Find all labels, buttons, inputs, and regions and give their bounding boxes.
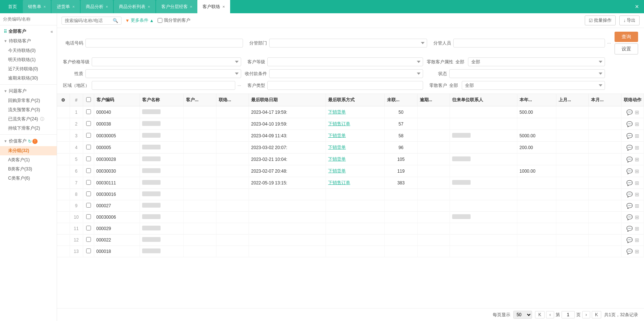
region-input[interactable] bbox=[92, 81, 235, 90]
message-icon[interactable]: 💬 bbox=[626, 109, 633, 115]
row-last-way[interactable] bbox=[326, 246, 385, 257]
filter-more-conditions[interactable]: ▼ 更多条件 ▲ bbox=[125, 17, 154, 24]
message-icon[interactable]: 💬 bbox=[626, 191, 633, 197]
row-last-way[interactable]: 下销货单 bbox=[326, 106, 385, 118]
query-button[interactable]: 查询 bbox=[615, 32, 638, 42]
sidebar-item-ungroup[interactable]: 未分组(32) bbox=[0, 146, 57, 155]
row-last-way[interactable] bbox=[326, 234, 385, 246]
scatter-attr-select[interactable]: 全部 bbox=[468, 57, 605, 66]
sidebar-item-a-class[interactable]: A类客户(1) bbox=[0, 155, 57, 165]
row-last-way[interactable]: 下销售订单 bbox=[326, 118, 385, 130]
nav-purchase-close[interactable]: × bbox=[72, 4, 74, 9]
sidebar-item-tomorrow[interactable]: 明天待联络(1) bbox=[0, 55, 57, 64]
message-icon[interactable]: 💬 bbox=[626, 133, 633, 139]
row-last-way[interactable]: 下销售订单 bbox=[326, 177, 385, 189]
nav-product-analysis-close[interactable]: × bbox=[106, 4, 108, 9]
row-last-way[interactable] bbox=[326, 189, 385, 200]
person-dots[interactable]: ··· bbox=[607, 40, 611, 46]
sidebar-collapse-icon[interactable]: « bbox=[50, 29, 53, 34]
sidebar-search-input[interactable] bbox=[3, 17, 57, 22]
filter-search-input[interactable] bbox=[65, 18, 113, 23]
row-check[interactable] bbox=[83, 234, 94, 246]
grid-icon[interactable]: ⊞ bbox=[635, 203, 639, 209]
message-icon[interactable]: 💬 bbox=[626, 121, 633, 127]
grid-icon[interactable]: ⊞ bbox=[635, 145, 639, 151]
nav-customer-tier-close[interactable]: × bbox=[190, 4, 192, 9]
cust-grade-select[interactable] bbox=[267, 57, 423, 66]
message-icon[interactable]: 💬 bbox=[626, 203, 633, 209]
nature-select[interactable] bbox=[85, 69, 241, 78]
row-check[interactable] bbox=[83, 200, 94, 212]
person-input[interactable] bbox=[453, 39, 605, 47]
sidebar-item-overdue[interactable]: 逾期未联络(30) bbox=[0, 74, 57, 83]
nav-purchase[interactable]: 进货单 × bbox=[52, 0, 80, 13]
sidebar-item-week[interactable]: 近7天待联络(0) bbox=[0, 64, 57, 74]
row-check[interactable] bbox=[83, 118, 94, 130]
nav-product-analysis[interactable]: 商品分析 × bbox=[81, 0, 113, 13]
col-check[interactable] bbox=[83, 94, 94, 106]
nav-product-analysis-list[interactable]: 商品分析列表 × bbox=[114, 0, 155, 13]
nav-customer-contact[interactable]: 客户联络 × bbox=[197, 0, 230, 13]
row-check[interactable] bbox=[83, 130, 94, 142]
sidebar-item-c-class[interactable]: C类客户(6) bbox=[0, 174, 57, 183]
row-last-way[interactable] bbox=[326, 200, 385, 212]
close-all-btn[interactable]: × bbox=[633, 3, 641, 11]
grid-icon[interactable]: ⊞ bbox=[635, 121, 639, 127]
scatter-cust-select[interactable]: 全部 bbox=[462, 81, 605, 90]
grid-icon[interactable]: ⊞ bbox=[635, 191, 639, 197]
last-way-link[interactable]: 下销售订单 bbox=[328, 180, 350, 185]
sidebar-item-declining[interactable]: 持续下滑客户(2) bbox=[0, 124, 57, 133]
grid-icon[interactable]: ⊞ bbox=[635, 248, 639, 254]
message-icon[interactable]: 💬 bbox=[626, 237, 633, 243]
last-page-btn[interactable]: K bbox=[592, 311, 601, 318]
row-last-way[interactable]: 下销货单 bbox=[326, 154, 385, 165]
sidebar-group-problem[interactable]: ▼ 问题客户 bbox=[0, 86, 57, 96]
phone-input[interactable] bbox=[85, 39, 243, 47]
export-button[interactable]: ↓ 导出 bbox=[619, 15, 640, 25]
row-last-way[interactable]: 下销货单 bbox=[326, 130, 385, 142]
row-check[interactable] bbox=[83, 177, 94, 189]
region-dots[interactable]: ··· bbox=[237, 83, 241, 88]
message-icon[interactable]: 💬 bbox=[626, 145, 633, 151]
nav-product-analysis-list-close[interactable]: × bbox=[148, 4, 150, 9]
last-way-link[interactable]: 下销货单 bbox=[328, 168, 346, 173]
nav-sales-close[interactable]: × bbox=[43, 4, 46, 9]
message-icon[interactable]: 💬 bbox=[626, 248, 633, 254]
dept-select[interactable] bbox=[269, 39, 427, 47]
grid-icon[interactable]: ⊞ bbox=[635, 180, 639, 186]
first-page-btn[interactable]: K bbox=[535, 311, 545, 318]
row-last-way[interactable]: 下销货单 bbox=[326, 142, 385, 154]
row-check[interactable] bbox=[83, 142, 94, 154]
status-select[interactable] bbox=[449, 69, 605, 78]
message-icon[interactable]: 💬 bbox=[626, 156, 633, 162]
row-last-way[interactable]: 下销货单 bbox=[326, 165, 385, 177]
my-customers-checkbox[interactable] bbox=[158, 18, 162, 23]
last-way-link[interactable]: 下销货单 bbox=[328, 145, 346, 150]
message-icon[interactable]: 💬 bbox=[626, 226, 633, 232]
sidebar-item-lost-pre[interactable]: 流失预警客户(3) bbox=[0, 105, 57, 114]
next-page-btn[interactable]: › bbox=[582, 311, 590, 318]
nav-home[interactable]: 首页 bbox=[3, 0, 22, 13]
last-way-link[interactable]: 下销货单 bbox=[328, 109, 346, 114]
row-check[interactable] bbox=[83, 165, 94, 177]
message-icon[interactable]: 💬 bbox=[626, 168, 633, 174]
filter-search-icon[interactable]: 🔍 bbox=[113, 18, 118, 23]
nav-customer-tier[interactable]: 客户分层经客 × bbox=[156, 0, 197, 13]
sidebar-group-pending[interactable]: ▼ 待联络客户 bbox=[0, 36, 57, 46]
sidebar-item-b-class[interactable]: B类客户(33) bbox=[0, 165, 57, 174]
row-check[interactable] bbox=[83, 246, 94, 257]
row-last-way[interactable] bbox=[326, 212, 385, 223]
last-way-link[interactable]: 下销货单 bbox=[328, 133, 346, 138]
grid-icon[interactable]: ⊞ bbox=[635, 109, 639, 115]
prev-page-btn[interactable]: ‹ bbox=[546, 311, 554, 318]
sidebar-item-lost[interactable]: 已流失客户(24) ⓘ bbox=[0, 114, 57, 124]
value-refresh-icon[interactable]: ↻ bbox=[28, 139, 32, 144]
select-all-checkbox[interactable] bbox=[86, 97, 91, 102]
last-way-link[interactable]: 下销货单 bbox=[328, 156, 346, 162]
grid-icon[interactable]: ⊞ bbox=[635, 214, 639, 220]
row-check[interactable] bbox=[83, 189, 94, 200]
row-check[interactable] bbox=[83, 223, 94, 234]
grid-icon[interactable]: ⊞ bbox=[635, 237, 639, 243]
row-last-way[interactable] bbox=[326, 223, 385, 234]
row-check[interactable] bbox=[83, 106, 94, 118]
